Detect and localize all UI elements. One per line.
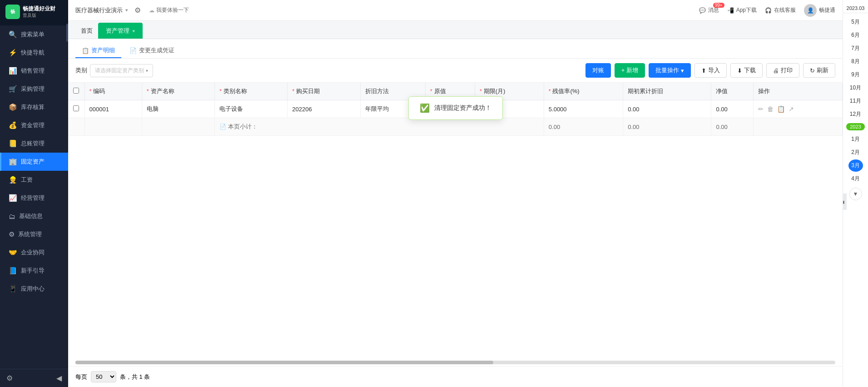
topbar-gear-icon[interactable]: ⚙ xyxy=(134,6,141,15)
import-button[interactable]: ⬆ 导入 xyxy=(694,63,727,78)
ledger-icon: 📒 xyxy=(9,139,17,148)
quicknav-icon: ⚡ xyxy=(9,49,17,57)
sidebar-item-quicknav[interactable]: ⚡ 快捷导航 xyxy=(0,44,68,62)
per-page-select[interactable]: 50 10 20 100 xyxy=(91,371,116,382)
header-action: 操作 xyxy=(753,83,842,100)
payroll-icon: 👷 xyxy=(9,176,17,184)
sidebar-item-finance[interactable]: 💰 资金管理 xyxy=(0,116,68,134)
month-jun[interactable]: 6月 xyxy=(846,29,866,41)
header-accumulated: 期初累计折旧 xyxy=(623,83,711,100)
download-label: 下载 xyxy=(744,66,756,74)
sidebar-item-fixed[interactable]: 🏢 固定资产 xyxy=(0,153,68,171)
select-all-checkbox[interactable] xyxy=(73,88,79,94)
tab-asset-management[interactable]: 资产管理 × xyxy=(98,23,143,39)
topbar: 医疗器械行业演示 ▾ ⚙ ☁ 我要体验一下 💬 消息 99+ 📲 App下载 🎧… xyxy=(68,0,843,21)
sidebar-item-basic[interactable]: 🗂 基础信息 xyxy=(0,207,68,225)
main-area: 医疗器械行业演示 ▾ ⚙ ☁ 我要体验一下 💬 消息 99+ 📲 App下载 🎧… xyxy=(68,0,843,387)
month-jan[interactable]: 1月 xyxy=(846,133,866,145)
online-service-button[interactable]: 🎧 在线客服 xyxy=(765,6,796,14)
filter-placeholder: 请选择固定资产类别 xyxy=(95,67,144,74)
online-service-label: 在线客服 xyxy=(774,6,796,14)
app-logo: 畅 畅捷通好业财 普及版 xyxy=(0,0,68,24)
sidebar-item-label: 工资 xyxy=(21,176,33,184)
filter-group: 类别 请选择固定资产类别 ▾ xyxy=(75,64,153,77)
month-nov[interactable]: 11月 xyxy=(846,95,866,107)
experience-button[interactable]: ☁ 我要体验一下 xyxy=(149,6,189,14)
chevron-down-icon: ▾ xyxy=(146,68,148,73)
sidebar-item-label: 经营管理 xyxy=(21,194,45,202)
sidebar-item-sysadmin[interactable]: ⚙ 系统管理 xyxy=(0,225,68,243)
close-tab-icon[interactable]: × xyxy=(132,28,135,34)
scroll-down-button[interactable]: ▼ xyxy=(849,188,862,200)
cell-net-value: 0.00 xyxy=(711,100,753,118)
sidebar-bottom: ⚙ ◀ xyxy=(0,369,68,387)
filter-category-select[interactable]: 请选择固定资产类别 ▾ xyxy=(90,64,153,77)
sidebar-item-label: 固定资产 xyxy=(21,158,45,166)
delete-icon[interactable]: 🗑 xyxy=(767,105,774,113)
collapse-icon[interactable]: ◀ xyxy=(56,374,62,382)
month-mar-current[interactable]: 3月 xyxy=(848,159,863,172)
sales-icon: 📊 xyxy=(9,67,17,75)
user-name: 畅捷通 xyxy=(819,6,835,14)
asset-table: 编码 资产名称 类别名称 购买日期 xyxy=(68,83,843,136)
sidebar-item-search[interactable]: 🔍 搜索菜单 xyxy=(0,25,68,44)
new-label: + 新增 xyxy=(621,66,638,74)
month-jul[interactable]: 7月 xyxy=(846,42,866,55)
user-menu[interactable]: 👤 畅捷通 xyxy=(804,4,835,17)
month-oct[interactable]: 10月 xyxy=(846,82,866,94)
right-panel: ◀ 2023.03 5月 6月 7月 8月 9月 10月 11月 12月 202… xyxy=(843,0,868,387)
sidebar-item-guide[interactable]: 📘 新手引导 xyxy=(0,262,68,280)
app-download-button[interactable]: 📲 App下载 xyxy=(727,6,757,14)
subtab-asset-detail[interactable]: 📋 资产明细 xyxy=(75,44,121,58)
panel-header: 2023.03 xyxy=(843,4,868,13)
sidebar-item-payroll[interactable]: 👷 工资 xyxy=(0,171,68,189)
sidebar-item-inventory[interactable]: 📦 库存核算 xyxy=(0,98,68,116)
fixed-assets-icon: 🏢 xyxy=(9,158,17,166)
header-residual-rate: 残值率(%) xyxy=(544,83,623,100)
message-button[interactable]: 💬 消息 99+ xyxy=(699,6,719,14)
company-selector[interactable]: 医疗器械行业演示 ▾ xyxy=(75,6,128,15)
sidebar-item-label: 企业协同 xyxy=(21,248,45,257)
table-section: ✅ 清理固定资产成功！ 编码 xyxy=(68,83,843,366)
sidebar-item-sales[interactable]: 📊 销售管理 xyxy=(0,62,68,80)
home-tab-label: 首页 xyxy=(81,27,93,34)
sysadmin-icon: ⚙ xyxy=(9,230,15,238)
month-sep[interactable]: 9月 xyxy=(846,69,866,81)
batch-button[interactable]: 批量操作 ▾ xyxy=(649,63,691,78)
cell-accumulated: 0.00 xyxy=(623,100,711,118)
change-voucher-icon: 📄 xyxy=(129,47,137,54)
sidebar-item-collab[interactable]: 🤝 企业协同 xyxy=(0,243,68,262)
subtotal-row: 📄 本页小计： 0.00 0.00 0.00 xyxy=(68,118,843,136)
settings-icon[interactable]: ⚙ xyxy=(6,374,13,382)
sidebar-item-ledger[interactable]: 📒 总账管理 xyxy=(0,134,68,153)
sidebar-item-purchase[interactable]: 🛒 采购管理 xyxy=(0,80,68,98)
month-may[interactable]: 5月 xyxy=(846,16,866,28)
print-button[interactable]: 🖨 打印 xyxy=(766,63,799,78)
new-button[interactable]: + 新增 xyxy=(615,63,645,78)
subtab-change-voucher[interactable]: 📄 变更生成凭证 xyxy=(123,44,181,58)
refresh-button[interactable]: ↻ 刷新 xyxy=(803,63,835,78)
tab-home[interactable]: 首页 xyxy=(75,23,98,39)
month-dec[interactable]: 12月 xyxy=(846,108,866,120)
cell-residual-rate: 5.0000 xyxy=(544,100,623,118)
header-category: 类别名称 xyxy=(215,83,288,100)
subtab-label: 变更生成凭证 xyxy=(139,46,174,55)
subtabs: 📋 资产明细 📄 变更生成凭证 xyxy=(68,39,843,59)
sidebar-item-appstore[interactable]: 📱 应用中心 xyxy=(0,280,68,298)
sidebar-item-ops[interactable]: 📈 经营管理 xyxy=(0,189,68,207)
month-feb[interactable]: 2月 xyxy=(846,146,866,159)
reconcile-button[interactable]: 对账 xyxy=(585,63,611,78)
copy-icon[interactable]: 📋 xyxy=(777,105,785,113)
panel-toggle[interactable]: ◀ xyxy=(843,194,847,210)
header-code: 编码 xyxy=(84,83,142,100)
table-header-row: 编码 资产名称 类别名称 购买日期 xyxy=(68,83,843,100)
month-apr[interactable]: 4月 xyxy=(846,173,866,185)
more-icon[interactable]: ↗ xyxy=(789,105,794,113)
sidebar-item-label: 基础信息 xyxy=(19,212,43,220)
horizontal-scrollbar[interactable] xyxy=(75,361,835,364)
month-aug[interactable]: 8月 xyxy=(846,55,866,68)
batch-chevron-icon: ▾ xyxy=(681,67,684,74)
row-checkbox[interactable] xyxy=(73,105,79,111)
download-button[interactable]: ⬇ 下载 xyxy=(730,63,763,78)
edit-icon[interactable]: ✏ xyxy=(758,105,764,113)
